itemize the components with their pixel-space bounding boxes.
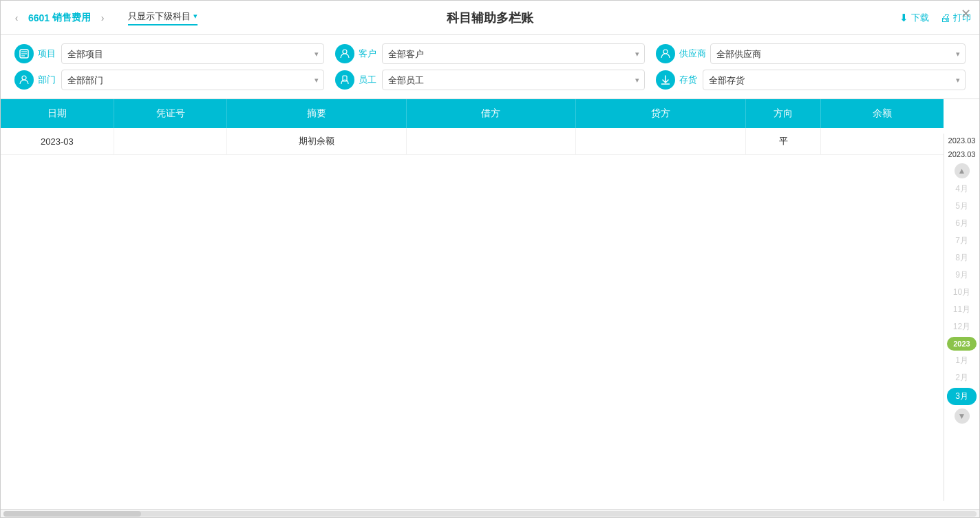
show-sub-toggle[interactable]: 只显示下级科目 ▾: [128, 10, 198, 25]
timeline-month-2023-03-1[interactable]: 2023.03: [944, 134, 979, 147]
show-sub-label: 只显示下级科目: [128, 10, 191, 23]
cell-credit: [576, 128, 746, 155]
timeline-up-nav: ▲: [944, 161, 979, 180]
main-window: ‹ 6601 销售费用 › 只显示下级科目 ▾ 科目辅助多栏账 ⬇ 下载 🖨 打…: [0, 0, 980, 518]
col-credit: 贷方: [576, 99, 746, 128]
scrollbar-track[interactable]: [3, 511, 977, 517]
print-icon: 🖨: [940, 12, 950, 23]
project-select-wrapper[interactable]: 全部项目: [61, 43, 324, 64]
page-title: 科目辅助多栏账: [447, 10, 533, 26]
timeline-year-2023[interactable]: 2023: [947, 337, 977, 351]
timeline-month-11[interactable]: 11月: [944, 301, 979, 318]
filter-stock: 存货 全部存货: [650, 67, 971, 93]
timeline-month-3-active[interactable]: 3月: [947, 388, 977, 405]
timeline-month-6[interactable]: 6月: [944, 215, 979, 232]
customer-label: 客户: [359, 48, 378, 60]
customer-select-wrapper[interactable]: 全部客户: [382, 43, 645, 64]
filter-dept: 部门 全部部门: [9, 67, 330, 93]
title-bar: ‹ 6601 销售费用 › 只显示下级科目 ▾ 科目辅助多栏账 ⬇ 下载 🖨 打…: [1, 1, 979, 35]
filter-project: 项目 全部项目: [9, 41, 330, 67]
cell-date: 2023-03: [1, 128, 114, 155]
col-debit: 借方: [406, 99, 576, 128]
timeline-month-1[interactable]: 1月: [944, 352, 979, 369]
col-voucher: 凭证号: [114, 99, 226, 128]
dept-select[interactable]: 全部部门: [61, 70, 324, 90]
stock-select-wrapper[interactable]: 全部存货: [703, 70, 966, 90]
timeline-month-9[interactable]: 9月: [944, 267, 979, 284]
filter-supplier: 供应商 全部供应商: [650, 41, 971, 67]
timeline-down-btn[interactable]: ▼: [955, 408, 970, 424]
supplier-select[interactable]: 全部供应商: [710, 43, 966, 64]
timeline-month-8[interactable]: 8月: [944, 249, 979, 267]
timeline-month-2023-03-2[interactable]: 2023.03: [944, 147, 979, 161]
filter-customer: 客户 全部客户: [330, 41, 650, 67]
close-btn[interactable]: ✕: [961, 6, 971, 21]
filters-panel: 项目 全部项目 客户 全部客户: [1, 35, 979, 99]
account-code: 6601 销售费用: [28, 12, 91, 24]
download-label: 下载: [911, 12, 929, 24]
ledger-table: 日期 凭证号 摘要 借方 贷方 方向 余额 2023-03 期初余额: [1, 99, 944, 155]
employee-select-wrapper[interactable]: 全部员工: [382, 70, 645, 90]
timeline-down-nav: ▼: [944, 406, 979, 426]
title-right: ⬇ 下载 🖨 打印 ✕: [899, 12, 971, 24]
cell-voucher: [114, 128, 226, 155]
employee-icon: [335, 70, 354, 90]
supplier-label: 供应商: [679, 48, 706, 60]
table-container: 日期 凭证号 摘要 借方 贷方 方向 余额 2023-03 期初余额: [1, 99, 944, 509]
dept-select-wrapper[interactable]: 全部部门: [61, 70, 324, 90]
timeline-month-2[interactable]: 2月: [944, 369, 979, 386]
svg-point-5: [22, 76, 26, 80]
timeline-month-7[interactable]: 7月: [944, 232, 979, 249]
timeline-month-5[interactable]: 5月: [944, 198, 979, 215]
project-label: 项目: [38, 48, 57, 60]
scrollbar-thumb[interactable]: [3, 511, 141, 517]
chevron-down-icon: ▾: [193, 12, 198, 21]
stock-select[interactable]: 全部存货: [703, 70, 966, 90]
horizontal-scrollbar[interactable]: [1, 509, 979, 517]
cell-balance: [821, 128, 944, 155]
col-date: 日期: [1, 99, 114, 128]
project-select[interactable]: 全部项目: [61, 43, 324, 64]
project-icon: [14, 44, 34, 63]
cell-summary: 期初余额: [227, 128, 406, 155]
timeline-up-btn[interactable]: ▲: [955, 163, 970, 178]
download-btn[interactable]: ⬇ 下载: [899, 12, 929, 24]
timeline-panel: 2023.03 2023.03 ▲ 4月 5月 6月 7月 8月 9月 10月 …: [944, 134, 979, 501]
cell-direction: 平: [745, 128, 821, 155]
stock-icon: [656, 70, 675, 90]
account-code-text: 6601: [28, 12, 50, 23]
table-row: 2023-03 期初余额 平: [1, 128, 944, 155]
employee-label: 员工: [359, 74, 378, 86]
table-header-row: 日期 凭证号 摘要 借方 贷方 方向 余额: [1, 99, 944, 128]
prev-account-btn[interactable]: ‹: [9, 10, 24, 25]
svg-point-4: [663, 50, 668, 54]
customer-select[interactable]: 全部客户: [382, 43, 645, 64]
dept-label: 部门: [38, 74, 57, 86]
employee-select[interactable]: 全部员工: [382, 70, 645, 90]
timeline-month-10[interactable]: 10月: [944, 284, 979, 301]
supplier-icon: [656, 44, 675, 63]
title-left: ‹ 6601 销售费用 › 只显示下级科目 ▾: [9, 10, 198, 25]
customer-icon: [335, 44, 354, 63]
cell-debit: [406, 128, 576, 155]
stock-label: 存货: [679, 74, 699, 86]
timeline-month-12[interactable]: 12月: [944, 318, 979, 335]
col-summary: 摘要: [227, 99, 406, 128]
col-balance: 余额: [821, 99, 944, 128]
account-name-text: 销售费用: [52, 12, 91, 24]
dept-icon: [14, 70, 34, 90]
supplier-select-wrapper[interactable]: 全部供应商: [710, 43, 966, 64]
next-account-btn[interactable]: ›: [95, 10, 110, 25]
timeline-month-4[interactable]: 4月: [944, 180, 979, 198]
filter-employee: 员工 全部员工: [330, 67, 650, 93]
download-icon: ⬇: [899, 12, 908, 24]
col-direction: 方向: [745, 99, 821, 128]
